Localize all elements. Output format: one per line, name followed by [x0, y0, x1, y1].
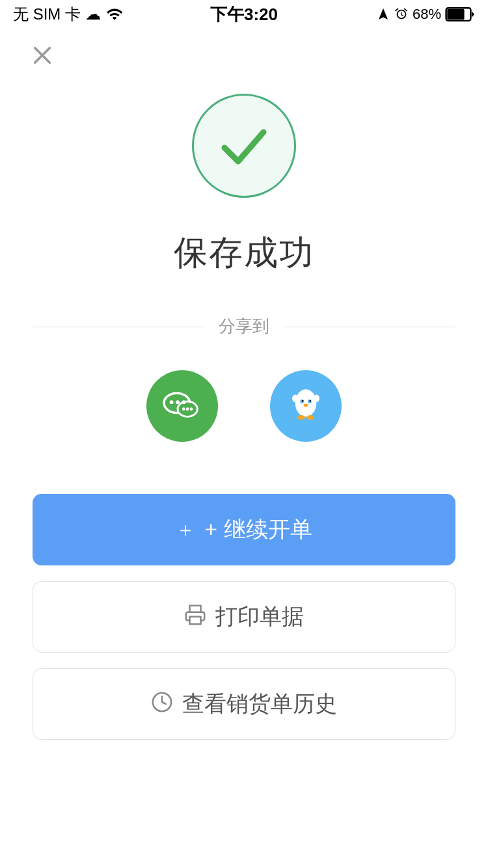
qq-icon	[283, 383, 329, 429]
print-button[interactable]: 打印单据	[33, 581, 455, 653]
print-icon	[184, 604, 206, 631]
wechat-icon	[159, 383, 205, 429]
svg-point-18	[309, 400, 311, 402]
svg-point-23	[306, 415, 314, 420]
share-divider: 分享到	[33, 315, 455, 338]
svg-point-10	[182, 407, 185, 411]
history-label: 查看销货单历史	[182, 689, 337, 719]
status-time: 下午3:20	[210, 3, 278, 26]
status-left: 无 SIM 卡 ☁	[13, 4, 123, 25]
history-icon	[151, 691, 173, 718]
share-section: 分享到	[0, 315, 488, 442]
svg-point-19	[304, 404, 308, 407]
plus-icon: ＋	[176, 517, 195, 543]
continue-label: + 继续开单	[204, 515, 312, 545]
continue-button[interactable]: ＋ + 继续开单	[33, 494, 455, 565]
wifi-icon	[106, 6, 123, 23]
sim-status: 无 SIM 卡 ☁	[13, 4, 101, 25]
status-right: 68%	[376, 6, 475, 23]
svg-rect-1	[447, 9, 464, 20]
success-title: 保存成功	[174, 230, 314, 276]
svg-point-7	[176, 400, 180, 404]
alarm-icon	[394, 7, 409, 21]
qq-share-button[interactable]	[270, 370, 342, 442]
share-label: 分享到	[206, 316, 282, 336]
svg-point-22	[297, 415, 305, 420]
wechat-share-button[interactable]	[146, 370, 218, 442]
svg-point-17	[302, 400, 304, 402]
location-icon	[376, 7, 390, 21]
battery-percent: 68%	[413, 6, 441, 23]
svg-point-21	[314, 395, 319, 403]
close-button[interactable]	[26, 39, 59, 72]
svg-point-11	[186, 407, 189, 411]
svg-point-20	[292, 395, 298, 403]
share-icons-row	[33, 370, 455, 442]
svg-point-6	[170, 400, 174, 404]
history-button[interactable]: 查看销货单历史	[33, 668, 455, 740]
svg-point-12	[190, 407, 193, 411]
battery-icon	[445, 6, 475, 23]
action-buttons: ＋ + 继续开单 打印单据 查看销货单历史	[0, 494, 488, 740]
success-icon-circle	[192, 94, 296, 198]
checkmark-icon	[215, 116, 273, 175]
status-bar: 无 SIM 卡 ☁ 下午3:20 68%	[0, 0, 488, 29]
svg-rect-24	[190, 616, 201, 623]
main-content: 保存成功 分享到	[0, 29, 488, 740]
print-label: 打印单据	[215, 602, 304, 632]
